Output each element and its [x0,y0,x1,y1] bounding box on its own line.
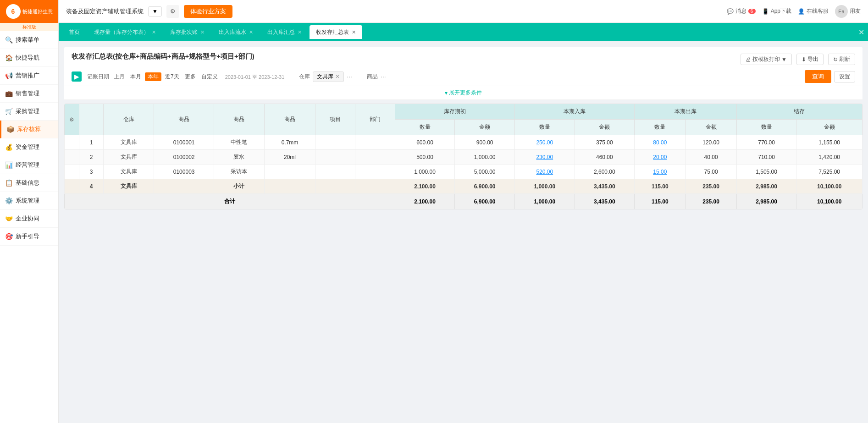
row-end-qty: 770.00 [736,135,796,150]
row-open-amt: 1,000.00 [455,150,515,165]
tab-label-0: 首页 [69,28,80,36]
topbar: 装备及固定资产辅助管理系统 ▼ ⚙ 体验行业方案 💬 消息 6 📱 App下载 … [59,0,868,23]
app-download-label: App下载 [771,7,791,15]
tab-2[interactable]: 库存批次账✕ [164,25,211,39]
warehouse-tag-close-icon[interactable]: ✕ [335,73,340,80]
in-qty-link[interactable]: 230.00 [514,150,575,165]
topbar-select[interactable]: ▼ [148,6,162,16]
row-open-qty: 2,100.00 [395,179,455,194]
sidebar-edition: 标准版 [0,23,58,31]
expand-icon: ▾ [445,90,448,96]
refresh-button[interactable]: ↻ 刷新 [828,54,855,65]
tab-1[interactable]: 现存量（库存分布表）✕ [88,25,162,39]
tab-close-4-icon[interactable]: ✕ [298,29,302,35]
service-icon: 👤 [798,8,805,15]
warehouse-more-icon[interactable]: ··· [347,73,352,80]
sidebar-item-operation[interactable]: 📊经营管理 [0,156,58,174]
out-qty-link[interactable]: 15.00 [635,165,686,179]
print-template-button[interactable]: 🖨 按模板打印 ▼ [741,54,792,65]
col-end-qty: 数量 [736,120,796,135]
date-btn-7days[interactable]: 近7天 [163,72,181,81]
col-in-amt: 金额 [575,120,635,135]
row-dept [355,179,395,194]
date-btn-this-month[interactable]: 本月 [128,72,143,81]
in-qty-link[interactable]: 250.00 [514,135,575,150]
col-open-amt: 金额 [455,120,515,135]
sidebar-item-quick[interactable]: 🏠快捷导航 [0,49,58,67]
expand-more-button[interactable]: ▾ 展开更多条件 [445,89,482,97]
warehouse-tag[interactable]: 文具库 ✕ [313,71,344,82]
try-industry-button[interactable]: 体验行业方案 [184,5,232,18]
tab-close-1-icon[interactable]: ✕ [152,29,156,35]
system-title: 装备及固定资产辅助管理系统 [66,7,144,16]
sidebar-item-search[interactable]: 🔍搜索菜单 [0,31,58,49]
user-item[interactable]: Ea 用友 [835,5,861,18]
out-qty-link[interactable]: 80.00 [635,135,686,150]
basic-icon: 📋 [5,179,13,187]
tab-0[interactable]: 首页 [62,25,86,39]
sidebar-item-finance[interactable]: 💰资金管理 [0,138,58,156]
row-open-amt: 6,900.00 [455,179,515,194]
expand-label: 展开更多条件 [449,89,482,97]
out-qty-link[interactable]: 20.00 [635,150,686,165]
sidebar-item-collab[interactable]: 🤝企业协同 [0,210,58,228]
filter-toggle-button[interactable]: ▶ [72,71,82,82]
print-dropdown-icon: ▼ [781,56,787,63]
sidebar-item-marketing[interactable]: 📢营销推广 [0,67,58,85]
logo-text: 畅捷通好生意 [22,8,53,15]
sidebar-item-system[interactable]: ⚙️系统管理 [0,192,58,210]
data-table-wrapper: ⚙ 仓库 商品 商品 商品 项目 部门 库存期初 本期入库 本期出库 结存 [64,104,862,209]
message-item[interactable]: 💬 消息 6 [727,7,756,15]
date-filter-section: 记账日期 上月 本月 本年 近7天 更多 自定义 [87,72,220,81]
column-spec: 商品 [264,104,315,135]
tab-4[interactable]: 出入库汇总✕ [261,25,308,39]
sidebar-item-label: 资金管理 [16,143,39,151]
goods-filter-label: 商品 [367,73,378,81]
tab-label-3: 出入库流水 [219,28,246,36]
sidebar-item-basic[interactable]: 📋基础信息 [0,174,58,192]
app-download-item[interactable]: 📱 App下载 [762,7,791,15]
close-all-tabs-icon[interactable]: ✕ [858,28,864,37]
refresh-icon: ↻ [833,56,838,63]
data-table: ⚙ 仓库 商品 商品 商品 项目 部门 库存期初 本期入库 本期出库 结存 [64,104,862,209]
tab-label-1: 现存量（库存分布表） [94,28,149,36]
goods-filter-section: 商品 ··· [367,73,386,81]
column-gear[interactable]: ⚙ [65,104,79,135]
sidebar-item-guide[interactable]: 🎯新手引导 [0,228,58,246]
tab-5[interactable]: 收发存汇总表✕ [310,25,362,39]
query-button[interactable]: 查询 [805,70,831,83]
warehouse-filter-section: 仓库 文具库 ✕ ··· [299,71,352,82]
online-service-item[interactable]: 👤 在线客服 [798,7,829,15]
sidebar-item-label: 库存核算 [17,125,41,133]
tab-close-2-icon[interactable]: ✕ [200,29,205,35]
in-qty-link[interactable]: 520.00 [514,165,575,179]
date-filter-label: 记账日期 [87,73,109,81]
row-code [154,179,214,194]
sidebar-item-inventory[interactable]: 📦库存核算 [0,121,58,138]
row-project [315,135,355,150]
goods-more-icon[interactable]: ··· [381,73,386,80]
refresh-label: 刷新 [839,55,850,63]
sales-icon: 💼 [5,89,13,98]
sidebar-item-sales[interactable]: 💼销售管理 [0,85,58,103]
date-btn-last-month[interactable]: 上月 [112,72,127,81]
export-button[interactable]: ⬇ 导出 [796,54,824,65]
row-in-amt: 2,600.00 [575,165,635,179]
settings-button[interactable]: 设置 [834,71,855,82]
row-gear [65,135,79,150]
tab-3[interactable]: 出入库流水✕ [212,25,260,39]
row-end-qty: 1,505.00 [736,165,796,179]
row-gear [65,165,79,179]
tab-close-3-icon[interactable]: ✕ [249,29,253,35]
settings-icon[interactable]: ⚙ [166,5,179,18]
date-btn-more[interactable]: 更多 [183,72,198,81]
finance-icon: 💰 [5,143,13,151]
date-btn-this-year[interactable]: 本年 [145,72,161,81]
tab-close-5-icon[interactable]: ✕ [352,29,356,35]
message-label: 消息 [735,7,746,15]
sidebar-item-purchase[interactable]: 🛒采购管理 [0,103,58,121]
table-row: 4 文具库 小计 2,100.00 6,900.00 1,000.00 3,43… [65,179,862,194]
date-btn-custom[interactable]: 自定义 [199,72,220,81]
row-in-amt: 3,435.00 [575,179,635,194]
footer-label: 合计 [65,194,395,209]
